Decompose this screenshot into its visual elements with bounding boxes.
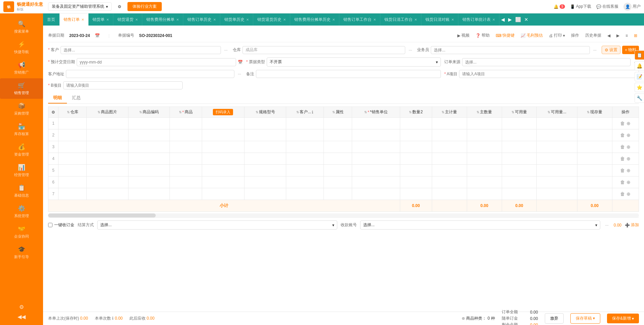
row-qty2[interactable] xyxy=(400,165,432,176)
staff-more[interactable]: ··· xyxy=(592,48,598,52)
row-customer-code[interactable] xyxy=(286,141,324,153)
row-main-unit[interactable] xyxy=(432,165,467,176)
row-attribute[interactable] xyxy=(324,188,352,200)
row-qty2[interactable] xyxy=(400,129,432,141)
row-product-code[interactable] xyxy=(128,165,170,176)
row-available2[interactable] xyxy=(537,165,577,176)
row-copy-btn[interactable]: ⊕ xyxy=(627,121,631,126)
row-main-qty[interactable] xyxy=(467,118,502,129)
help-action[interactable]: ❓ 帮助 xyxy=(474,32,491,39)
scan-btn[interactable]: 扫码录入 xyxy=(213,109,233,115)
float-btn-2[interactable]: 🔔 xyxy=(635,61,644,71)
payment-method-select[interactable]: 选择... ▾ xyxy=(97,220,337,230)
float-btn-3[interactable]: 📝 xyxy=(635,72,644,81)
operation-action[interactable]: 操作 xyxy=(569,32,581,39)
row-spec[interactable] xyxy=(244,141,286,153)
row-product-img[interactable] xyxy=(87,176,128,188)
row-product[interactable] xyxy=(170,141,202,153)
warehouse-input[interactable] xyxy=(242,46,406,54)
float-btn-5[interactable]: 🔧 xyxy=(635,93,644,103)
tab-sales-order[interactable]: 销售订单 ✕ xyxy=(60,13,88,26)
sidebar-item-finance[interactable]: 💰 资金管理 xyxy=(0,140,43,160)
row-qty2[interactable] xyxy=(400,118,432,129)
tab-close-expense-history[interactable]: ✕ xyxy=(332,18,335,22)
float-btn-4[interactable]: ⭐ xyxy=(635,83,644,92)
row-spec[interactable] xyxy=(244,118,286,129)
sidebar-item-search[interactable]: 🔍 搜索菜单 xyxy=(0,17,43,37)
tab-close-all[interactable]: ✕ xyxy=(523,17,530,22)
history-action[interactable]: 历史单据 xyxy=(583,32,603,39)
sidebar-item-purchase[interactable]: 📦 采购管理 xyxy=(0,99,43,119)
row-customer-code[interactable] xyxy=(286,129,324,141)
row-qty2[interactable] xyxy=(400,153,432,165)
app-download[interactable]: 📱 App下载 xyxy=(570,4,591,9)
row-customer-code[interactable] xyxy=(286,165,324,176)
row-product[interactable] xyxy=(170,165,202,176)
row-sales-unit[interactable] xyxy=(352,118,400,129)
row-product[interactable] xyxy=(170,129,202,141)
address-input[interactable] xyxy=(66,70,234,78)
invoice-type-select[interactable]: 不开票 ▾ xyxy=(267,57,441,67)
online-service[interactable]: 💬 在线客服 xyxy=(596,4,618,9)
row-qty2[interactable] xyxy=(400,141,432,153)
tab-order-workbench[interactable]: 销售订单工作台 ✕ xyxy=(339,13,380,26)
row-product-img[interactable] xyxy=(87,153,128,165)
next-record[interactable]: ▶ xyxy=(615,32,621,39)
row-available[interactable] xyxy=(502,176,537,188)
row-available2[interactable] xyxy=(537,129,577,141)
grid-view[interactable]: ⊞ xyxy=(632,32,639,39)
row-available[interactable] xyxy=(502,118,537,129)
warehouse-more[interactable]: ··· xyxy=(407,48,414,52)
row-main-unit[interactable] xyxy=(432,188,467,200)
row-product-img[interactable] xyxy=(87,129,128,141)
row-product-code[interactable] xyxy=(128,188,170,200)
row-stock[interactable] xyxy=(577,165,612,176)
row-stock[interactable] xyxy=(577,129,612,141)
row-warehouse[interactable] xyxy=(59,165,87,176)
row-product-img[interactable] xyxy=(87,165,128,176)
row-main-qty[interactable] xyxy=(467,176,502,188)
tab-close-cash-reconcile[interactable]: ✕ xyxy=(451,18,454,22)
row-sales-unit[interactable] xyxy=(352,165,400,176)
discard-button[interactable]: 放弃 xyxy=(545,313,564,324)
row-available2[interactable] xyxy=(537,176,577,188)
row-spec[interactable] xyxy=(244,165,286,176)
tab-close-return-history[interactable]: ✕ xyxy=(246,18,249,22)
row-available2[interactable] xyxy=(537,188,577,200)
save-draft-button[interactable]: 保存草稿 ▾ xyxy=(570,313,600,324)
row-customer-code[interactable] xyxy=(286,176,324,188)
tab-close-sales-return[interactable]: ✕ xyxy=(106,18,109,22)
row-attribute[interactable] xyxy=(324,118,352,129)
tab-cash-workbench[interactable]: 钱货日清工作台 ✕ xyxy=(380,13,421,26)
tab-return-history[interactable]: 销货单历史 ✕ xyxy=(220,13,253,26)
row-available[interactable] xyxy=(502,188,537,200)
list-view[interactable]: ≡ xyxy=(624,32,630,39)
tab-sales-refund[interactable]: 销货退货 ✕ xyxy=(113,13,142,26)
tab-close-sales-expense[interactable]: ✕ xyxy=(176,18,179,22)
row-product[interactable] xyxy=(170,118,202,129)
row-stock[interactable] xyxy=(577,188,612,200)
row-spec[interactable] xyxy=(244,129,286,141)
th-gear[interactable]: ⚙ xyxy=(48,107,59,118)
sidebar-item-enterprise[interactable]: 🤝 企业协同 xyxy=(0,222,43,242)
solution-button[interactable]: 体验行业方案 xyxy=(127,2,162,11)
tab-next[interactable]: ▶ xyxy=(506,17,514,22)
tab-prev[interactable]: ◀ xyxy=(499,17,506,22)
row-sales-unit[interactable] xyxy=(352,153,400,165)
row-delete-btn[interactable]: 🗑 xyxy=(620,168,625,173)
row-qty2[interactable] xyxy=(400,176,432,188)
b-project-input[interactable] xyxy=(63,81,183,89)
tab-close-sales-order[interactable]: ✕ xyxy=(81,18,84,22)
row-main-qty[interactable] xyxy=(467,129,502,141)
bank-more[interactable]: ··· xyxy=(604,223,610,228)
row-copy-btn[interactable]: ⊕ xyxy=(627,156,631,161)
shortcut-action[interactable]: ⌨ 快捷键 xyxy=(494,32,516,39)
tab-more[interactable]: ⬜ xyxy=(514,17,523,22)
tab-home[interactable]: 首页 xyxy=(43,13,60,26)
address-more[interactable]: ··· xyxy=(236,72,243,76)
row-product-code[interactable] xyxy=(128,153,170,165)
row-stock[interactable] xyxy=(577,118,612,129)
row-main-unit[interactable] xyxy=(432,141,467,153)
row-sales-unit[interactable] xyxy=(352,176,400,188)
row-customer-code[interactable] xyxy=(286,153,324,165)
